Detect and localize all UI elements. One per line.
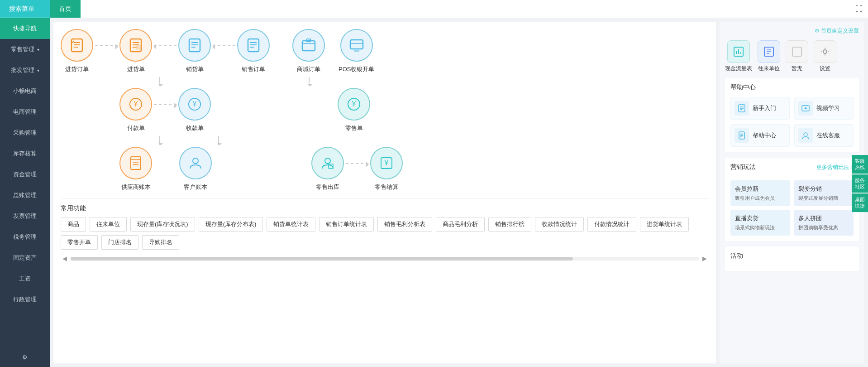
sidebar-item-ecommerce-small[interactable]: 小畅电商 [0,81,50,101]
help-item-video[interactable]: 视频学习 [794,97,854,120]
func-btn-units[interactable]: 往来单位 [90,217,127,232]
func-btn-sales-rank[interactable]: 销售排行榜 [488,217,531,232]
search-menu-button[interactable]: 搜索菜单 [0,0,50,18]
marketing-title: 营销玩法 [730,163,756,171]
content-area: 进货订单 [50,18,868,367]
func-btn-stock-dist[interactable]: 现存量(库存分布表) [199,217,263,232]
arrow-connector-pay [154,88,176,105]
sidebar-item-ledger[interactable]: 总账管理 [0,185,50,206]
sidebar-settings-button[interactable]: ⚙ [0,348,50,367]
sidebar-item-finance[interactable]: 资金管理 [0,164,50,185]
func-btn-sales-stats[interactable]: 销货单统计表 [267,217,315,232]
svg-point-58 [804,133,807,136]
sidebar-item-fixed-assets[interactable]: 固定资产 [0,247,50,268]
help-item-beginner[interactable]: 新手入门 [730,97,790,120]
sidebar-item-admin[interactable]: 行政管理 [0,289,50,310]
sidebar-item-quick-nav[interactable]: 快捷导航 [0,18,50,39]
svg-text:¥: ¥ [384,159,389,167]
flow-node-retail-outbound[interactable]: 零售出库 [311,147,344,191]
arrow-connector-2 [154,29,176,46]
help-item-support-label: 在线客服 [816,131,840,140]
marketing-more-link[interactable]: 更多营销玩法 > [816,164,854,171]
svg-text:¥: ¥ [192,100,197,108]
flow-diagram-section: 进货订单 [61,29,709,198]
func-btn-goods[interactable]: 商品 [61,217,86,232]
sidebar-item-wholesale[interactable]: 批发管理 ▾ [0,60,50,81]
flow-node-purchase-order[interactable]: 进货订单 [61,29,93,73]
help-item-docs[interactable]: 帮助中心 [730,124,790,147]
chevron-down-icon: ▾ [37,68,39,73]
arrow-connector-3 [213,29,235,46]
sidebar-item-purchase[interactable]: 采购管理 [0,122,50,143]
common-functions-title: 常用功能 [61,204,709,212]
flow-node-customer-book[interactable]: 客户账本 [179,147,212,191]
arrow-connector-1 [95,29,118,46]
func-btn-guide-rank[interactable]: 导购排名 [142,235,179,250]
help-item-support[interactable]: 在线客服 [794,124,854,147]
quick-icon-settings[interactable]: 设置 [814,40,836,72]
marketing-item-live[interactable]: 直播卖货 场景式购物新玩法 [730,210,790,236]
activity-title: 活动 [730,252,854,260]
float-btn-community[interactable]: 服务社区 [852,174,868,193]
quick-icon-contacts[interactable]: 往来单位 [758,40,780,72]
func-btn-payment-stats[interactable]: 付款情况统计 [587,217,636,232]
main-layout: 快捷导航 零售管理 ▾ 批发管理 ▾ 小畅电商 电商管理 采购管理 库存核算 资… [0,18,868,367]
func-btn-stock-status[interactable]: 现存量(库存状况表) [130,217,195,232]
func-btn-receipt-stats[interactable]: 收款情况统计 [535,217,584,232]
svg-rect-8 [137,45,141,50]
sidebar-item-tax[interactable]: 税务管理 [0,227,50,247]
scroll-track[interactable] [71,257,699,261]
sidebar-item-invoice[interactable]: 发票管理 [0,206,50,227]
customize-settings-link[interactable]: ⚙ 首页自定义设置 [815,27,859,35]
svg-point-47 [823,50,827,53]
func-btn-store-rank[interactable]: 门店排名 [101,235,138,250]
float-btn-desktop[interactable]: 桌面快捷 [852,193,868,212]
flow-node-purchase[interactable]: 进货单 [119,29,152,73]
help-grid: 新手入门 视频学习 帮助中心 [730,97,854,147]
svg-rect-20 [350,40,363,49]
func-btn-order-stats[interactable]: 销售订单统计表 [319,217,374,232]
arrow-connector-retail [346,147,368,164]
svg-marker-53 [805,107,807,110]
svg-rect-46 [792,47,801,56]
flow-node-receipt[interactable]: ¥ 收款单 [178,88,211,132]
flow-node-supplier-book[interactable]: 供应商账本 [119,147,152,191]
sidebar-item-ecommerce-mgmt[interactable]: 电商管理 [0,101,50,122]
marketing-item-group[interactable]: 多人拼团 拼团购物享受优惠 [794,210,854,236]
sidebar-item-inventory[interactable]: 库存核算 [0,143,50,164]
help-item-beginner-label: 新手入门 [753,104,776,112]
marketing-grid: 会员拉新 吸引用户成为会员 裂变分销 裂变式发展分销商 直播卖货 场景式购物新玩… [730,180,854,236]
func-btn-sales-profit[interactable]: 销售毛利分析表 [377,217,432,232]
flow-node-pos[interactable]: POS收银开单 [339,29,374,73]
flow-node-retail[interactable]: ¥ 零售单 [338,88,370,132]
right-panel: ⚙ 首页自定义设置 现金流量表 [720,22,864,363]
func-btn-retail-order[interactable]: 零售开单 [61,235,98,250]
help-center-section: 帮助中心 新手入门 视频学习 [725,78,859,152]
gear-icon: ⚙ [815,28,820,34]
quick-icon-empty[interactable]: 暂无 [786,40,808,72]
sidebar-item-payroll[interactable]: 工资 [0,268,50,289]
scroll-right-button[interactable]: ▶ [701,255,709,262]
flow-node-sales-order[interactable]: 销售订单 [237,29,270,73]
home-tab[interactable]: 首页 [50,0,81,18]
marketing-item-member[interactable]: 会员拉新 吸引用户成为会员 [730,180,790,206]
flow-node-retail-settlement[interactable]: ¥ 零售结算 [370,147,403,191]
svg-point-33 [193,158,198,164]
quick-icon-cashflow[interactable]: 现金流量表 [725,40,752,72]
float-btn-service[interactable]: 客服热线 [852,155,868,174]
common-functions: 常用功能 商品 往来单位 现存量(库存状况表) 现存量(库存分布表) 销货单统计… [61,198,709,250]
sidebar-item-retail[interactable]: 零售管理 ▾ [0,39,50,60]
flow-node-payment[interactable]: ¥ 付款单 [119,88,152,132]
activity-section: 活动 [725,246,859,271]
fullscreen-button[interactable]: ⛶ [850,0,868,18]
flow-node-sales[interactable]: 销货单 [178,29,211,73]
scroll-thumb [71,257,573,261]
flow-node-mall-order[interactable]: 商城订单 [292,29,325,73]
marketing-item-fission[interactable]: 裂变分销 裂变式发展分销商 [794,180,854,206]
left-panel: 进货订单 [53,22,716,363]
svg-rect-22 [354,50,359,52]
quick-access-icons: 现金流量表 往来单位 暂无 [725,40,859,72]
func-btn-goods-profit[interactable]: 商品毛利分析 [436,217,485,232]
func-btn-purchase-stats[interactable]: 进货单统计表 [640,217,689,232]
scroll-left-button[interactable]: ◀ [61,255,69,262]
